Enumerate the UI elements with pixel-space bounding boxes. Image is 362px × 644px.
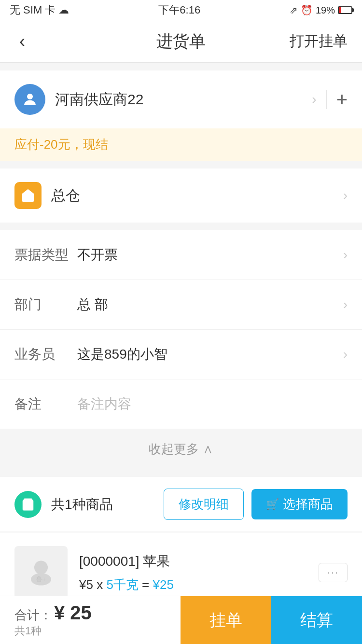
select-icon: 🛒 — [266, 498, 279, 511]
remark-input[interactable]: 备注内容 — [77, 395, 348, 413]
total-amount: ¥ 25 — [54, 602, 92, 624]
svg-text:鲁+: 鲁+ — [36, 576, 46, 583]
warehouse-row[interactable]: 总仓 › — [14, 168, 348, 223]
gap-2 — [0, 161, 362, 168]
price-total: ¥25 — [153, 577, 173, 592]
price-qty: 5千克 — [106, 577, 138, 592]
product-name: [0000001] 苹果 — [79, 552, 319, 571]
department-row[interactable]: 部门 总 部 › — [0, 280, 362, 330]
settle-button[interactable]: 结算 — [271, 596, 362, 644]
user-icon — [21, 91, 39, 108]
product-placeholder-icon: 鲁+ — [24, 556, 58, 589]
sim-text: 无 SIM 卡 ☁ — [10, 3, 69, 17]
staff-row[interactable]: 业务员 这是859的小智 › — [0, 330, 362, 379]
product-count-icon — [14, 491, 42, 518]
battery-icon — [338, 6, 352, 14]
staff-label: 业务员 — [14, 345, 77, 364]
hold-button[interactable]: 挂单 — [181, 596, 271, 644]
supplier-row[interactable]: 河南供应商22 › + — [14, 70, 348, 128]
cart-icon — [21, 497, 35, 512]
location-icon: ⇗ — [290, 4, 298, 16]
status-time: 下午6:16 — [158, 3, 200, 17]
supplier-card: 河南供应商22 › + — [0, 70, 362, 128]
remark-row[interactable]: 备注 备注内容 — [0, 379, 362, 429]
dept-label: 部门 — [14, 295, 77, 314]
svg-point-0 — [27, 94, 33, 99]
select-btn-label: 选择商品 — [283, 496, 333, 513]
product-thumbnail: 鲁+ — [14, 546, 68, 599]
home-icon — [20, 188, 36, 203]
status-bar: 无 SIM 卡 ☁ 下午6:16 ⇗ ⏰ 19% — [0, 0, 362, 20]
price-base: ¥5 x — [79, 577, 106, 592]
collapse-toggle[interactable]: 收起更多 ∧ — [0, 429, 362, 469]
staff-value: 这是859的小智 — [77, 345, 343, 364]
bottom-bar: 合计： ¥ 25 共1种 挂单 结算 — [0, 596, 362, 644]
notice-banner: 应付-20元，现结 — [0, 128, 362, 161]
product-count-text: 共1种商品 — [51, 495, 164, 514]
staff-chevron-icon: › — [343, 347, 348, 362]
warehouse-icon — [14, 182, 42, 209]
ticket-type-row[interactable]: 票据类型 不开票 › — [0, 230, 362, 280]
open-hold-button[interactable]: 打开挂单 — [290, 31, 348, 51]
warehouse-chevron-icon: › — [343, 188, 348, 203]
edit-detail-button[interactable]: 修改明细 — [164, 489, 244, 520]
dept-value: 总 部 — [77, 295, 343, 314]
battery-text: 19% — [316, 5, 335, 16]
price-eq: = — [139, 577, 153, 592]
status-right: ⇗ ⏰ 19% — [290, 4, 352, 16]
back-button[interactable]: ‹ — [14, 27, 30, 56]
gap-3 — [0, 223, 362, 230]
ticket-label: 票据类型 — [14, 246, 77, 264]
remark-label: 备注 — [14, 395, 77, 413]
dept-chevron-icon: › — [343, 297, 348, 312]
product-section-header: 共1种商品 修改明细 🛒 选择商品 — [0, 477, 362, 532]
warehouse-name: 总仓 — [51, 186, 343, 206]
gap-4 — [0, 469, 362, 477]
warehouse-card: 总仓 › — [0, 168, 362, 223]
total-area: 合计： ¥ 25 共1种 — [0, 602, 181, 638]
product-more-button[interactable]: ··· — [319, 563, 348, 582]
page-title: 进货单 — [156, 30, 206, 53]
select-product-button[interactable]: 🛒 选择商品 — [251, 489, 348, 519]
alarm-icon: ⏰ — [301, 4, 313, 16]
nav-bar: ‹ 进货单 打开挂单 — [0, 20, 362, 63]
supplier-avatar — [14, 84, 45, 115]
product-price: ¥5 x 5千克 = ¥25 — [79, 576, 319, 593]
add-supplier-button[interactable]: + — [326, 90, 348, 109]
supplier-chevron-icon: › — [312, 92, 316, 107]
total-count: 共1种 — [14, 624, 166, 638]
svg-point-2 — [34, 561, 48, 574]
supplier-name: 河南供应商22 — [55, 90, 312, 110]
product-info: [0000001] 苹果 ¥5 x 5千克 = ¥25 — [79, 552, 319, 593]
status-left: 无 SIM 卡 ☁ — [10, 3, 69, 17]
total-label: 合计： — [14, 607, 52, 624]
gap-1 — [0, 63, 362, 70]
ticket-chevron-icon: › — [343, 247, 348, 263]
ticket-value: 不开票 — [77, 246, 343, 264]
